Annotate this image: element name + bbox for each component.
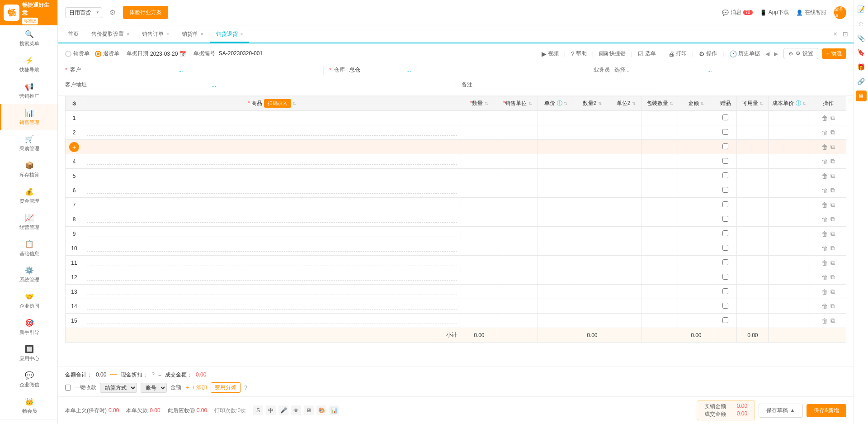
unit-cell-3[interactable]	[497, 140, 538, 154]
price-cell-6[interactable]	[538, 183, 574, 198]
product-cell-3[interactable]	[83, 140, 461, 154]
product-input-10[interactable]	[87, 245, 457, 252]
sidebar-item-member[interactable]: 👑 畅会员	[0, 393, 57, 419]
warehouse-input[interactable]	[348, 66, 402, 74]
unit2-cell-13[interactable]	[610, 285, 642, 299]
bottom-icon-6[interactable]: 🎨	[316, 405, 326, 415]
amount-cell-4[interactable]	[678, 154, 714, 169]
customer-input[interactable]	[84, 66, 174, 74]
gift-checkbox-12[interactable]	[722, 274, 728, 280]
tab-close-sale-delivery[interactable]: ×	[201, 32, 203, 37]
tab-close-sale-order[interactable]: ×	[166, 32, 169, 37]
avail-cell-15[interactable]	[737, 314, 769, 328]
th-price-sort[interactable]: ⇅	[564, 101, 567, 106]
copy-btn-1[interactable]: ⧉	[830, 114, 835, 122]
th-qty2-sort[interactable]: ⇅	[598, 101, 602, 106]
unit-cell-15[interactable]	[497, 314, 538, 328]
copy-btn-2[interactable]: ⧉	[830, 129, 835, 136]
product-input-6[interactable]	[87, 187, 457, 194]
th-product-sort[interactable]: ⇅	[292, 101, 296, 106]
cost-price-cell-13[interactable]	[769, 285, 810, 299]
pack-qty-cell-13[interactable]	[642, 285, 678, 299]
avail-cell-9[interactable]	[737, 227, 769, 241]
gift-checkbox-1[interactable]	[722, 114, 728, 120]
qty2-cell-3[interactable]	[574, 140, 610, 154]
qty2-cell-4[interactable]	[574, 154, 610, 169]
save-draft-btn[interactable]: 保存草稿 ▲	[759, 404, 803, 418]
amount-cell-1[interactable]	[678, 111, 714, 125]
copy-btn-7[interactable]: ⧉	[830, 201, 835, 209]
unit-cell-13[interactable]	[497, 285, 538, 299]
amount-cell-8[interactable]	[678, 212, 714, 227]
delete-btn-13[interactable]: 🗑	[821, 288, 828, 295]
delete-btn-5[interactable]: 🗑	[821, 172, 828, 180]
delete-btn-3[interactable]: 🗑	[821, 143, 828, 151]
delete-btn-12[interactable]: 🗑	[821, 274, 828, 281]
pack-qty-cell-14[interactable]	[642, 299, 678, 314]
cost-price-cell-12[interactable]	[769, 270, 810, 285]
qty-cell-7[interactable]	[461, 198, 497, 212]
copy-btn-5[interactable]: ⧉	[830, 172, 835, 180]
cost-price-cell-10[interactable]	[769, 241, 810, 256]
prev-arrow[interactable]: ◀	[764, 50, 771, 58]
delete-btn-6[interactable]: 🗑	[821, 187, 828, 194]
add-logistics-btn[interactable]: + 物流	[822, 48, 846, 59]
copy-btn-11[interactable]: ⧉	[830, 259, 835, 267]
qty2-cell-6[interactable]	[574, 183, 610, 198]
qty2-cell-10[interactable]	[574, 241, 610, 256]
gift-checkbox-5[interactable]	[722, 172, 728, 178]
tab-sale-return[interactable]: 销货退货×	[210, 27, 250, 43]
sidebar-item-purchase[interactable]: 🛒 采购管理	[0, 130, 57, 157]
price-cell-9[interactable]	[538, 227, 574, 241]
unit2-cell-15[interactable]	[610, 314, 642, 328]
delete-btn-15[interactable]: 🗑	[821, 317, 828, 324]
qty-cell-14[interactable]	[461, 299, 497, 314]
amount-cell-2[interactable]	[678, 125, 714, 140]
restore-icon[interactable]: ⊡	[841, 29, 850, 38]
qty2-cell-1[interactable]	[574, 111, 610, 125]
unit-cell-8[interactable]	[497, 212, 538, 227]
remark-input[interactable]	[475, 81, 656, 89]
copy-btn-8[interactable]: ⧉	[830, 215, 835, 223]
address-input[interactable]	[90, 81, 207, 89]
settle-method-select[interactable]: 结算方式	[100, 383, 137, 393]
salesperson-input[interactable]	[613, 66, 703, 74]
product-cell-4[interactable]	[83, 154, 461, 169]
account-no-select[interactable]: 账号	[141, 383, 167, 393]
pack-qty-cell-11[interactable]	[642, 256, 678, 270]
amount-cell-9[interactable]	[678, 227, 714, 241]
unit2-cell-12[interactable]	[610, 270, 642, 285]
unit-cell-1[interactable]	[497, 111, 538, 125]
pack-qty-cell-3[interactable]	[642, 140, 678, 154]
gift-cell-13[interactable]	[714, 285, 737, 299]
warehouse-more[interactable]: ...	[406, 67, 411, 73]
right-panel-note[interactable]: 📝	[856, 4, 867, 14]
price-cell-7[interactable]	[538, 198, 574, 212]
cost-price-cell-8[interactable]	[769, 212, 810, 227]
qty-cell-10[interactable]	[461, 241, 497, 256]
gift-checkbox-14[interactable]	[722, 303, 728, 309]
delete-btn-7[interactable]: 🗑	[821, 201, 828, 209]
product-input-9[interactable]	[87, 230, 457, 237]
copy-btn-9[interactable]: ⧉	[830, 230, 835, 238]
amount-cell-15[interactable]	[678, 314, 714, 328]
product-input-14[interactable]	[87, 303, 457, 310]
price-cell-15[interactable]	[538, 314, 574, 328]
price-cell-1[interactable]	[538, 111, 574, 125]
sidebar-item-inventory[interactable]: 📦 库存核算	[0, 157, 57, 183]
next-arrow[interactable]: ▶	[772, 50, 780, 58]
price-cell-12[interactable]	[538, 270, 574, 285]
gift-cell-3[interactable]	[714, 140, 737, 154]
th-pack-sort[interactable]: ⇅	[670, 101, 673, 106]
gift-checkbox-9[interactable]	[722, 230, 728, 236]
gift-checkbox-10[interactable]	[722, 245, 728, 251]
avail-cell-6[interactable]	[737, 183, 769, 198]
product-cell-11[interactable]	[83, 256, 461, 270]
discount-help-icon[interactable]: ?	[151, 372, 155, 378]
gift-cell-5[interactable]	[714, 169, 737, 183]
gift-cell-14[interactable]	[714, 299, 737, 314]
unit2-cell-9[interactable]	[610, 227, 642, 241]
pack-qty-cell-2[interactable]	[642, 125, 678, 140]
footer-help-icon[interactable]: ?	[244, 385, 247, 391]
qty2-cell-2[interactable]	[574, 125, 610, 140]
